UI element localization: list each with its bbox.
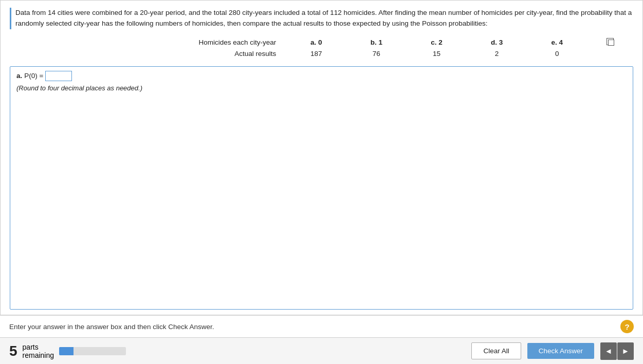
answer-line: a. P(0) = [16, 71, 627, 81]
content-area: Data from 14 cities were combined for a … [0, 0, 643, 315]
remaining-label: remaining [23, 351, 54, 359]
copy-icon[interactable] [607, 38, 614, 45]
data-table: Homicides each city-year a. 0 b. 1 c. 2 … [10, 36, 633, 59]
status-bar: Enter your answer in the answer box and … [0, 315, 643, 337]
help-icon[interactable]: ? [620, 320, 634, 333]
parts-row: 5 parts remaining [9, 343, 126, 359]
round-note: (Round to four decimal places as needed.… [16, 84, 627, 92]
answer-box: a. P(0) = (Round to four decimal places … [10, 66, 633, 310]
cell-c: 15 [407, 48, 466, 59]
progress-bar-fill [59, 347, 74, 355]
cell-b: 76 [346, 48, 407, 59]
col-c-header: c. 2 [407, 36, 466, 48]
main-container: Data from 14 cities were combined for a … [0, 0, 643, 364]
col-e-header: e. 4 [527, 36, 587, 48]
table-row-headers: Homicides each city-year a. 0 b. 1 c. 2 … [10, 36, 633, 48]
footer-bar: 5 parts remaining Clear All Check Answer… [0, 337, 643, 364]
col-a-header: a. 0 [286, 36, 346, 48]
part-label: a. [16, 72, 22, 80]
check-answer-button[interactable]: Check Answer [527, 343, 594, 359]
progress-bar-container [59, 347, 126, 355]
col-d-header: d. 3 [466, 36, 527, 48]
parts-label: parts [23, 343, 54, 351]
cell-d: 2 [466, 48, 527, 59]
cell-a: 187 [286, 48, 346, 59]
clear-all-button[interactable]: Clear All [471, 342, 521, 359]
table-row-actual: Actual results 187 76 15 2 0 [10, 48, 633, 59]
equation-label: P(0) = [24, 72, 43, 80]
next-button[interactable]: ► [617, 342, 634, 360]
parts-labels: parts remaining [23, 343, 54, 359]
answer-input[interactable] [45, 71, 72, 81]
nav-buttons: ◄ ► [600, 342, 634, 360]
parts-number: 5 [9, 344, 17, 358]
row1-label: Homicides each city-year [10, 36, 286, 48]
col-b-header: b. 1 [346, 36, 407, 48]
row2-label: Actual results [10, 48, 286, 59]
problem-text: Data from 14 cities were combined for a … [10, 8, 633, 29]
prev-button[interactable]: ◄ [600, 342, 617, 360]
status-text: Enter your answer in the answer box and … [9, 323, 620, 331]
cell-e: 0 [527, 48, 587, 59]
